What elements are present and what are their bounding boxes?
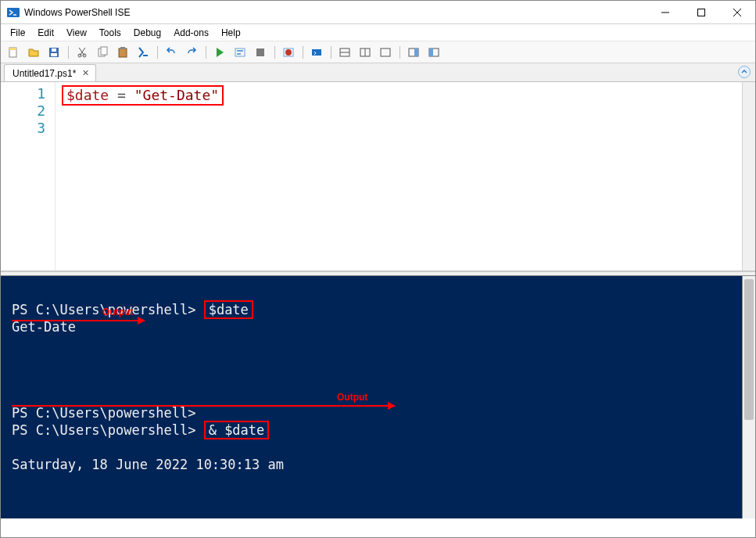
app-icon <box>7 6 20 19</box>
window-title: Windows PowerShell ISE <box>24 7 130 18</box>
annotation-box: & $date <box>204 421 270 439</box>
svg-rect-31 <box>381 48 390 56</box>
menu-help[interactable]: Help <box>215 26 247 40</box>
toolbar-separator <box>154 44 160 61</box>
editor-scrollbar[interactable] <box>742 82 755 271</box>
breakpoint-icon[interactable] <box>279 44 298 61</box>
run-icon[interactable] <box>210 44 229 61</box>
paste-icon[interactable] <box>113 44 132 61</box>
toolbar-separator <box>271 44 278 61</box>
menu-file[interactable]: File <box>4 26 31 40</box>
save-icon[interactable] <box>45 44 63 61</box>
tab-close-icon[interactable]: ✕ <box>81 68 91 78</box>
svg-rect-23 <box>256 48 264 56</box>
code-area[interactable]: $date = "Get-Date" <box>56 82 755 271</box>
svg-rect-20 <box>235 48 245 56</box>
console-pane[interactable]: PS C:\Users\powershell> $date Get-Date O… <box>1 276 755 518</box>
menu-tools[interactable]: Tools <box>93 26 127 40</box>
console-output: Saturday, 18 June 2022 10:30:13 am <box>12 457 284 472</box>
svg-point-24 <box>285 49 292 56</box>
line-number-gutter: 1 2 3 <box>1 82 56 271</box>
layout-split-v-icon[interactable] <box>356 44 374 61</box>
stop-icon[interactable] <box>251 44 270 61</box>
menubar: File Edit View Tools Debug Add-ons Help <box>1 24 755 41</box>
undo-icon[interactable] <box>162 44 181 61</box>
toolbar-separator <box>299 44 306 61</box>
code-string: "Get-Date" <box>134 87 219 103</box>
svg-rect-3 <box>698 9 705 16</box>
svg-rect-18 <box>120 47 125 49</box>
menu-debug[interactable]: Debug <box>127 26 167 40</box>
menu-edit[interactable]: Edit <box>31 26 60 40</box>
show-addon-icon[interactable] <box>425 44 443 61</box>
console-output: Get-Date <box>12 319 76 335</box>
code-operator: = <box>109 87 134 103</box>
line-number: 1 <box>1 85 45 102</box>
toolbar-separator <box>396 44 403 61</box>
annotation-label: Output <box>337 389 367 406</box>
console-scrollbar[interactable] <box>742 276 755 518</box>
annotation-label: Output <box>102 303 133 321</box>
layout-full-icon[interactable] <box>376 44 395 61</box>
svg-rect-17 <box>119 48 127 57</box>
annotation-box: $date = "Get-Date" <box>62 85 224 106</box>
open-file-icon[interactable] <box>24 44 43 61</box>
toolbar-separator <box>65 44 71 61</box>
toolbar-separator <box>202 44 209 61</box>
run-selection-icon[interactable] <box>231 44 249 61</box>
copy-icon[interactable] <box>93 44 112 61</box>
new-file-icon[interactable] <box>4 44 23 61</box>
svg-rect-26 <box>312 49 321 56</box>
svg-rect-22 <box>237 53 241 55</box>
menu-view[interactable]: View <box>60 26 93 40</box>
svg-rect-33 <box>414 48 418 56</box>
console-prompt: PS C:\Users\powershell> <box>12 405 195 421</box>
svg-rect-35 <box>429 48 433 56</box>
cut-icon[interactable] <box>73 44 91 61</box>
code-variable: $date <box>66 87 109 103</box>
titlebar: Windows PowerShell ISE <box>1 1 755 24</box>
svg-rect-9 <box>51 53 57 56</box>
minimize-button[interactable] <box>647 1 683 23</box>
line-number: 2 <box>1 102 45 120</box>
svg-rect-16 <box>101 47 107 55</box>
script-editor[interactable]: 1 2 3 $date = "Get-Date" <box>1 82 755 271</box>
remote-icon[interactable] <box>307 44 326 61</box>
toolbar-separator <box>328 44 334 61</box>
clear-icon[interactable] <box>134 44 152 61</box>
console-command: $date <box>209 302 249 317</box>
tab-file[interactable]: Untitled17.ps1* ✕ <box>4 64 96 81</box>
toolbar <box>1 41 755 63</box>
redo-icon[interactable] <box>182 44 201 61</box>
svg-rect-21 <box>237 50 243 52</box>
expand-script-pane-button[interactable] <box>738 66 751 78</box>
svg-rect-7 <box>9 48 16 50</box>
maximize-button[interactable] <box>683 1 719 23</box>
console-command: & $date <box>209 422 265 438</box>
tabbar: Untitled17.ps1* ✕ <box>1 63 755 82</box>
line-number: 3 <box>1 120 45 137</box>
console-prompt: PS C:\Users\powershell> <box>12 422 195 438</box>
layout-split-h-icon[interactable] <box>335 44 354 61</box>
menu-addons[interactable]: Add-ons <box>167 26 215 40</box>
svg-rect-10 <box>52 48 56 52</box>
show-command-icon[interactable] <box>404 44 423 61</box>
tab-label: Untitled17.ps1* <box>13 68 76 79</box>
close-button[interactable] <box>719 1 755 23</box>
annotation-box: $date <box>204 300 253 319</box>
